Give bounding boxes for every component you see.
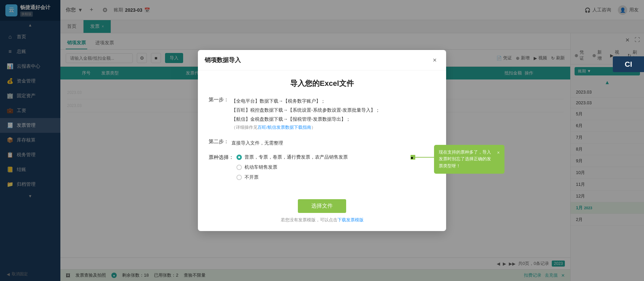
ticket-option-normal-label: 普票，专票，卷票，通行费发票，农产品销售发票	[245, 154, 348, 160]
step2-row: 第二步： 直接导入文件，无需整理	[209, 138, 435, 148]
step2-content: 直接导入文件，无需整理	[231, 138, 283, 148]
ticket-option-motor-label: 机动车销售发票	[245, 164, 277, 170]
radio-motor-icon	[236, 165, 242, 170]
ci-badge: CI	[613, 56, 644, 72]
radio-none-icon	[236, 175, 242, 180]
dialog-main-title: 导入您的Excel文件	[209, 78, 435, 89]
step1-link-paren-close: ）	[311, 125, 316, 130]
step1-link-row: （详细操作见百旺/航信发票数据下载指南）	[231, 123, 380, 132]
tooltip-line	[415, 157, 435, 158]
dialog-title: 销项数据导入	[205, 56, 241, 64]
ticket-options: 普票，专票，卷票，通行费发票，农产品销售发票 ● × 现在支持的票种多了，导入发…	[236, 154, 435, 180]
import-dialog: 销项数据导入 × 导入您的Excel文件 第一步： 【全电平台】数据下载→【税务…	[198, 50, 446, 231]
ticket-option-none-label: 不开票	[245, 174, 259, 180]
download-template-link[interactable]: 下载发票模版	[337, 217, 364, 222]
step1-line2: 【百旺】税控盘数据下载→【系统设置-系统参数设置-发票批量导入】；	[231, 106, 380, 115]
radio-normal-icon	[236, 155, 242, 160]
ticket-option-motor[interactable]: 机动车销售发票	[236, 164, 435, 170]
tooltip-close-icon[interactable]: ×	[497, 149, 500, 156]
ticket-option-row-normal: 普票，专票，卷票，通行费发票，农产品销售发票 ● × 现在支持的票种多了，导入发…	[236, 154, 435, 160]
dialog-header: 销项数据导入 ×	[198, 50, 446, 70]
ticket-row: 票种选择： 普票，专票，卷票，通行费发票，农产品销售发票 ●	[209, 154, 435, 180]
tooltip-text: 现在支持的票种多了，导入发票时别忘了选择正确的发票类型呀！	[439, 150, 491, 169]
step1-link-paren-open: （详细操作见	[231, 125, 258, 130]
step1-download-link[interactable]: 百旺/航信发票数据下载指南	[258, 125, 311, 130]
download-hint-pre: 若您没有发票模版，可以点击	[281, 217, 337, 222]
download-hint: 若您没有发票模版，可以点击下载发票模版	[281, 217, 364, 223]
step1-line1: 【全电平台】数据下载→【税务数字账户】；	[231, 97, 380, 106]
ticket-option-none[interactable]: 不开票	[236, 174, 435, 180]
dialog-footer: 选择文件 若您没有发票模版，可以点击下载发票模版	[198, 194, 446, 231]
dialog-overlay: 销项数据导入 × 导入您的Excel文件 第一步： 【全电平台】数据下载→【税务…	[0, 0, 644, 281]
tooltip-wrapper: ● × 现在支持的票种多了，导入发票时别忘了选择正确的发票类型呀！	[411, 155, 435, 160]
dialog-body: 导入您的Excel文件 第一步： 【全电平台】数据下载→【税务数字账户】； 【百…	[198, 70, 446, 193]
step2-label: 第二步：	[209, 138, 229, 148]
select-file-button[interactable]: 选择文件	[298, 199, 346, 213]
step1-row: 第一步： 【全电平台】数据下载→【税务数字账户】； 【百旺】税控盘数据下载→【系…	[209, 97, 435, 131]
dialog-close-button[interactable]: ×	[430, 55, 439, 65]
step1-label: 第一步：	[209, 97, 229, 131]
ticket-option-normal[interactable]: 普票，专票，卷票，通行费发票，农产品销售发票	[236, 154, 348, 160]
tooltip-dot: ●	[411, 155, 415, 160]
step1-content: 【全电平台】数据下载→【税务数字账户】； 【百旺】税控盘数据下载→【系统设置-系…	[231, 97, 380, 131]
ticket-label: 票种选择：	[209, 154, 234, 161]
tooltip-box: × 现在支持的票种多了，导入发票时别忘了选择正确的发票类型呀！	[434, 145, 504, 174]
step1-line3: 【航信】金税盘数据下载→【报税管理-发票数据导出】；	[231, 115, 380, 124]
